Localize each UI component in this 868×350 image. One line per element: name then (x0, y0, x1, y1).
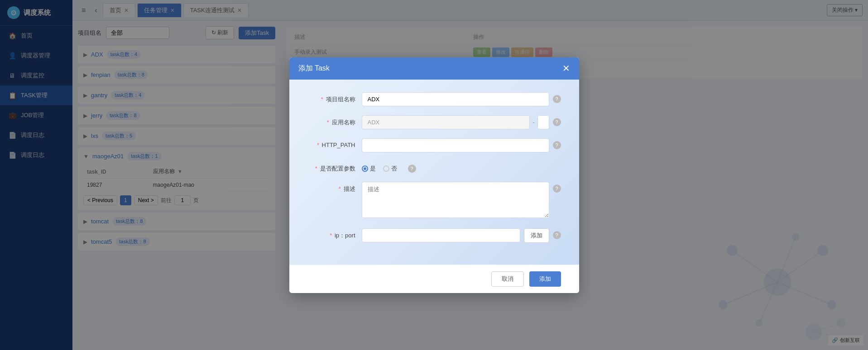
config-params-help-icon[interactable]: ? (408, 165, 416, 173)
project-group-help-icon[interactable]: ? (553, 95, 561, 103)
ip-port-help-icon[interactable]: ? (553, 231, 561, 239)
radio-no-circle (383, 166, 389, 172)
modal-title: 添加 Task (298, 64, 330, 73)
project-group-control: ADX (362, 92, 549, 106)
app-name-help-icon[interactable]: ? (553, 118, 561, 126)
ip-port-row: 添加 (362, 228, 549, 243)
http-path-help-icon[interactable]: ? (553, 141, 561, 149)
form-row-description: * 描述 ? (307, 182, 561, 219)
ip-port-label: * ip：port (307, 228, 362, 240)
form-row-config-params: * 是否配置参数 是 否 ? (307, 161, 561, 173)
config-params-control: 是 否 ? (362, 161, 561, 173)
modal-body: * 项目组名称 ADX ? * 应用名称 (289, 80, 579, 265)
description-control (362, 182, 549, 219)
add-task-modal: 添加 Task ✕ * 项目组名称 ADX ? * (289, 57, 579, 293)
ip-port-input[interactable] (362, 228, 520, 242)
separator: - (532, 119, 534, 126)
description-textarea[interactable] (362, 182, 549, 218)
double-select: - WORMHOLE (362, 115, 549, 129)
required-marker3: * (317, 142, 319, 148)
description-help-icon[interactable]: ? (553, 184, 561, 193)
modal-overlay[interactable]: 添加 Task ✕ * 项目组名称 ADX ? * (0, 0, 868, 350)
required-marker4: * (315, 165, 317, 172)
app-name-left-input[interactable] (362, 115, 530, 129)
http-path-control (362, 138, 549, 152)
http-path-label: * HTTP_PATH (307, 138, 362, 148)
submit-button[interactable]: 添加 (529, 271, 561, 287)
required-marker2: * (327, 119, 329, 126)
project-group-label: * 项目组名称 (307, 92, 362, 104)
radio-yes[interactable]: 是 (362, 165, 376, 173)
description-label: * 描述 (307, 182, 362, 193)
form-row-http-path: * HTTP_PATH ? (307, 138, 561, 152)
form-row-app-name: * 应用名称 - WORMHOLE ? (307, 115, 561, 129)
add-ip-button[interactable]: 添加 (524, 228, 549, 243)
http-path-input[interactable] (362, 138, 549, 152)
modal-footer: 取消 添加 (289, 265, 579, 293)
radio-no[interactable]: 否 (383, 165, 397, 173)
required-marker: * (321, 96, 323, 103)
radio-group: 是 否 ? (362, 161, 561, 173)
app-name-label: * 应用名称 (307, 115, 362, 127)
form-row-ip-port: * ip：port 添加 ? (307, 228, 561, 243)
radio-yes-circle (362, 166, 368, 172)
required-marker5: * (339, 185, 341, 192)
form-row-project-group: * 项目组名称 ADX ? (307, 92, 561, 106)
app-name-right-select[interactable]: WORMHOLE (537, 115, 549, 129)
app-name-control: - WORMHOLE (362, 115, 549, 129)
modal-header: 添加 Task ✕ (289, 57, 579, 80)
ip-port-control: 添加 (362, 228, 549, 243)
project-group-select[interactable]: ADX (362, 92, 549, 106)
config-params-label: * 是否配置参数 (307, 161, 362, 173)
modal-close-button[interactable]: ✕ (562, 64, 570, 73)
cancel-button[interactable]: 取消 (491, 271, 524, 287)
required-marker6: * (330, 232, 332, 239)
